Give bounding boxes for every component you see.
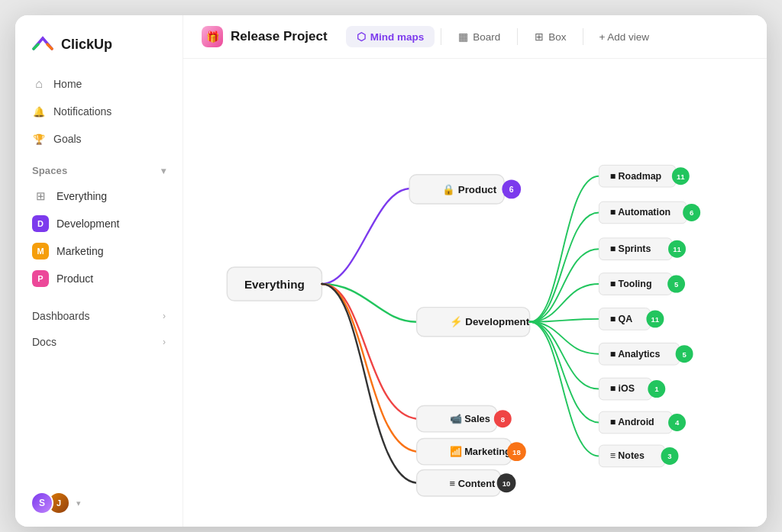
tab-box-label: Box <box>548 31 566 43</box>
topbar: 🎁 Release Project ⬡ Mind maps ▦ Board ⊞ … <box>183 15 767 59</box>
automation-count: 6 <box>690 208 693 217</box>
project-icon: 🎁 <box>202 26 223 47</box>
roadmap-label: ■ Roadmap <box>610 171 662 182</box>
marketing-badge: M <box>32 243 49 260</box>
app-window: ClickUp ⌂ Home 🔔 Notifications 🏆 Goals S… <box>15 15 767 527</box>
sidebar-item-development[interactable]: D Development <box>23 210 175 237</box>
sidebar-footer: S J ▾ <box>15 479 183 527</box>
content-count: 10 <box>502 479 511 488</box>
qa-label: ■ QA <box>610 314 633 324</box>
clickup-logo-icon <box>31 32 55 56</box>
everything-icon: ⊞ <box>32 188 49 205</box>
mindmap-area: Everything 🔒 Product 6 ⚡ Development <box>183 59 767 527</box>
logo-area: ClickUp <box>15 15 183 70</box>
avatar-dropdown-icon[interactable]: ▾ <box>76 498 81 508</box>
tooling-label: ■ Tooling <box>610 279 652 289</box>
mind-maps-tab-icon: ⬡ <box>357 31 366 43</box>
product-badge: 6 <box>509 185 514 194</box>
spaces-header: Spaces ▾ <box>15 153 183 182</box>
android-count: 4 <box>675 418 680 427</box>
sprints-count: 11 <box>673 245 681 253</box>
development-label: ⚡ Development <box>450 315 530 328</box>
add-view-label: + Add view <box>599 31 649 43</box>
add-view-button[interactable]: + Add view <box>590 27 658 47</box>
home-icon: ⌂ <box>32 77 46 91</box>
tab-divider-1 <box>441 28 441 45</box>
mindmap-svg: Everything 🔒 Product 6 ⚡ Development <box>183 59 767 527</box>
product-badge: P <box>32 270 49 287</box>
marketing-label: 📶 Marketing <box>450 446 511 458</box>
avatar-user1: S <box>31 492 53 514</box>
product-label: 🔒 Product <box>442 183 497 196</box>
tab-mind-maps-label: Mind maps <box>370 31 425 43</box>
sidebar-item-notifications[interactable]: 🔔 Notifications <box>23 98 175 125</box>
dashboards-label: Dashboards <box>32 310 90 322</box>
development-badge: D <box>32 215 49 232</box>
automation-label: ■ Automation <box>610 207 671 218</box>
sidebar-item-docs[interactable]: Docs › <box>23 329 175 355</box>
tab-mind-maps[interactable]: ⬡ Mind maps <box>346 26 435 47</box>
root-label: Everything <box>244 278 305 291</box>
board-tab-icon: ▦ <box>458 31 468 43</box>
sidebar-item-dashboards[interactable]: Dashboards › <box>23 303 175 329</box>
analytics-count: 5 <box>682 350 687 359</box>
marketing-count: 18 <box>512 448 521 456</box>
sidebar-item-everything-label: Everything <box>57 190 107 202</box>
spaces-chevron-icon[interactable]: ▾ <box>161 166 166 176</box>
sidebar-item-marketing-label: Marketing <box>57 245 103 257</box>
logo-text: ClickUp <box>61 37 112 53</box>
docs-chevron-icon: › <box>163 337 166 347</box>
sidebar: ClickUp ⌂ Home 🔔 Notifications 🏆 Goals S… <box>15 15 183 527</box>
sidebar-bottom: Dashboards › Docs › <box>15 298 183 360</box>
sprints-label: ■ Sprints <box>610 243 651 254</box>
ios-count: 1 <box>654 385 659 393</box>
bell-icon: 🔔 <box>32 105 46 118</box>
docs-label: Docs <box>32 336 57 348</box>
tab-board-label: Board <box>473 31 500 43</box>
avatar-group: S J <box>31 492 70 514</box>
content-label: ≡ Content <box>450 478 496 489</box>
notes-label: ≡ Notes <box>610 450 645 461</box>
tab-divider-3 <box>583 28 583 45</box>
sidebar-item-notifications-label: Notifications <box>53 105 111 118</box>
project-title-area: 🎁 Release Project <box>202 26 328 47</box>
sales-count: 8 <box>501 415 506 424</box>
notes-count: 3 <box>667 452 671 460</box>
tab-box[interactable]: ⊞ Box <box>524 26 577 47</box>
tab-divider-2 <box>517 28 518 45</box>
goals-icon: 🏆 <box>32 132 46 146</box>
sidebar-item-marketing[interactable]: M Marketing <box>23 237 175 265</box>
sidebar-nav: ⌂ Home 🔔 Notifications 🏆 Goals <box>15 70 183 153</box>
analytics-label: ■ Analytics <box>610 349 661 360</box>
box-tab-icon: ⊞ <box>535 31 544 43</box>
view-tabs: ⬡ Mind maps ▦ Board ⊞ Box + Add view <box>346 26 658 47</box>
sidebar-item-goals-label: Goals <box>53 133 82 145</box>
sidebar-item-home-label: Home <box>53 78 82 90</box>
roadmap-count: 11 <box>677 172 685 181</box>
sidebar-item-product-label: Product <box>57 272 93 285</box>
dashboards-chevron-icon: › <box>163 311 166 321</box>
main-content: 🎁 Release Project ⬡ Mind maps ▦ Board ⊞ … <box>183 15 767 527</box>
sidebar-item-development-label: Development <box>57 218 120 230</box>
ios-label: ■ iOS <box>610 383 635 394</box>
sales-label: 📹 Sales <box>450 413 490 425</box>
spaces-label: Spaces <box>32 165 67 176</box>
sidebar-item-product[interactable]: P Product <box>23 265 175 292</box>
sidebar-item-goals[interactable]: 🏆 Goals <box>23 125 175 153</box>
sidebar-item-home[interactable]: ⌂ Home <box>23 70 175 98</box>
qa-count: 11 <box>651 315 660 324</box>
android-label: ■ Android <box>610 417 654 427</box>
tooling-count: 5 <box>674 280 679 289</box>
project-title: Release Project <box>231 29 328 44</box>
sidebar-item-everything[interactable]: ⊞ Everything <box>23 182 175 210</box>
tab-board[interactable]: ▦ Board <box>448 26 511 47</box>
